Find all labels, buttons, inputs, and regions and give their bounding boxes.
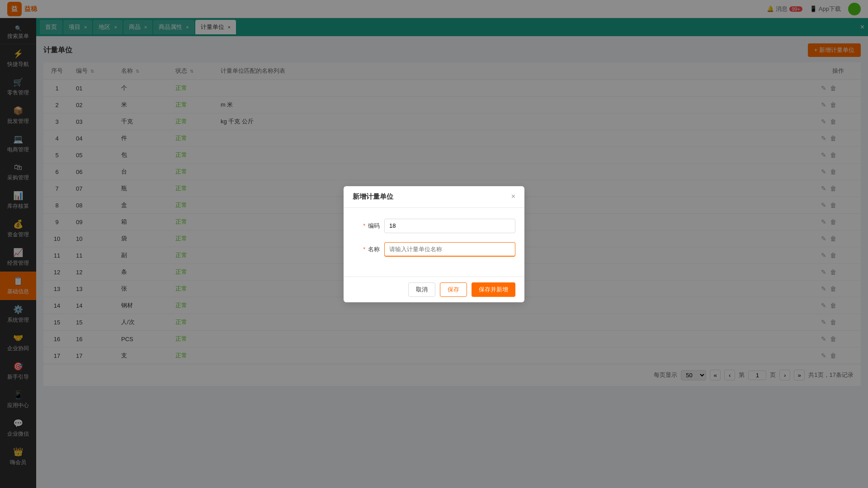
required-mark: *	[363, 222, 365, 229]
name-label-text: 名称	[368, 246, 380, 253]
modal-title: 新增计量单位	[353, 192, 393, 201]
modal-close-icon[interactable]: ×	[511, 192, 515, 201]
save-and-new-button[interactable]: 保存并新增	[472, 282, 515, 297]
cancel-button[interactable]: 取消	[408, 282, 435, 297]
code-label: * 编码	[353, 222, 380, 230]
code-label-text: 编码	[368, 222, 380, 229]
modal-footer: 取消 保存 保存并新增	[344, 277, 524, 302]
modal-dialog: 新增计量单位 × * 编码 * 名称 取消 保存 保存并新增	[344, 186, 524, 302]
name-label: * 名称	[353, 245, 380, 253]
form-item-code: * 编码	[353, 219, 515, 233]
form-item-name: * 名称	[353, 242, 515, 257]
modal-body: * 编码 * 名称	[344, 208, 524, 277]
modal-header: 新增计量单位 ×	[344, 186, 524, 208]
code-input[interactable]	[384, 219, 515, 233]
save-button[interactable]: 保存	[440, 282, 467, 297]
modal-overlay: 新增计量单位 × * 编码 * 名称 取消 保存 保存并新增	[0, 0, 868, 488]
name-input[interactable]	[384, 242, 515, 257]
required-mark-2: *	[363, 246, 365, 253]
